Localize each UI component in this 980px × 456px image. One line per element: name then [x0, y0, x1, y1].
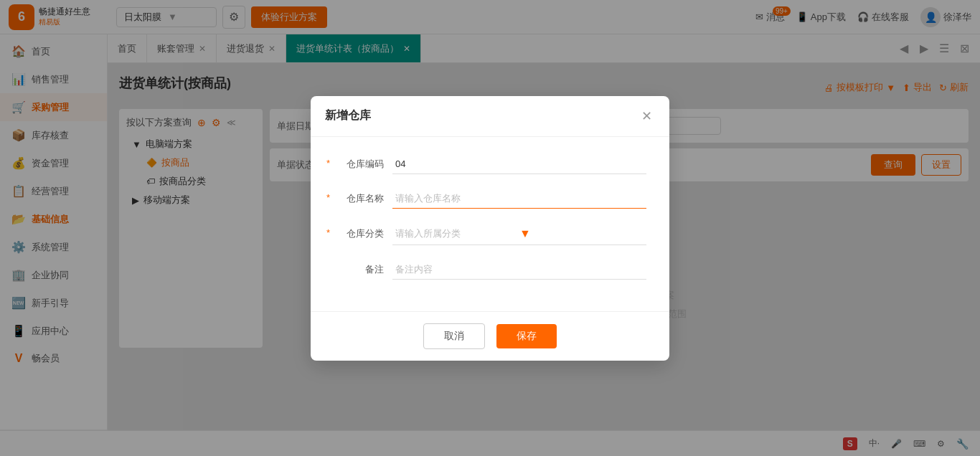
warehouse-remark-field: 备注 — [334, 260, 646, 280]
warehouse-category-select[interactable]: 请输入所属分类 ▼ — [392, 223, 646, 245]
modal-close-button[interactable]: ✕ — [638, 108, 655, 125]
warehouse-name-label: 仓库名称 — [334, 192, 384, 205]
warehouse-category-field: 仓库分类 请输入所属分类 ▼ — [334, 223, 646, 245]
warehouse-name-field: 仓库名称 — [334, 189, 646, 209]
modal-footer: 取消 保存 — [311, 311, 669, 361]
warehouse-category-label: 仓库分类 — [334, 227, 384, 240]
cancel-button[interactable]: 取消 — [423, 323, 485, 349]
modal-body: 仓库编码 仓库名称 仓库分类 请输入所属分类 ▼ 备注 — [311, 137, 669, 311]
modal-overlay: 新增仓库 ✕ 仓库编码 仓库名称 仓库分类 请输入所属分类 ▼ — [0, 0, 980, 456]
warehouse-category-arrow: ▼ — [519, 227, 644, 240]
warehouse-remark-label: 备注 — [334, 263, 384, 276]
warehouse-code-field: 仓库编码 — [334, 154, 646, 174]
warehouse-code-label: 仓库编码 — [334, 158, 384, 171]
new-warehouse-modal: 新增仓库 ✕ 仓库编码 仓库名称 仓库分类 请输入所属分类 ▼ — [311, 96, 669, 361]
save-button[interactable]: 保存 — [496, 324, 557, 348]
warehouse-code-input[interactable] — [392, 154, 646, 174]
warehouse-category-placeholder: 请输入所属分类 — [395, 227, 519, 240]
warehouse-remark-input[interactable] — [392, 260, 646, 280]
modal-header: 新增仓库 ✕ — [311, 96, 669, 137]
warehouse-name-input[interactable] — [392, 189, 646, 209]
modal-title: 新增仓库 — [325, 108, 371, 123]
